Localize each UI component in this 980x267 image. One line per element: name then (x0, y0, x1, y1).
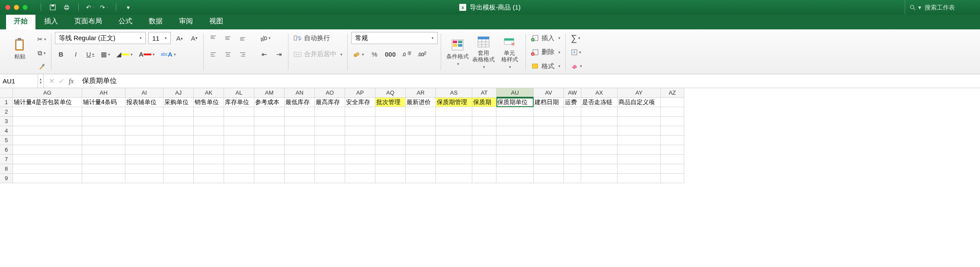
column-header[interactable]: AZ (661, 88, 684, 98)
decrease-font-button[interactable]: A▾ (188, 32, 200, 44)
ribbon-tab[interactable]: 插入 (36, 14, 66, 29)
cell[interactable]: 报表辅单位 (125, 98, 163, 107)
qat-print-icon[interactable] (63, 3, 70, 11)
row-header[interactable]: 6 (0, 145, 13, 155)
cell[interactable] (472, 126, 496, 136)
cell[interactable] (163, 155, 194, 164)
cell[interactable] (472, 117, 496, 126)
cell[interactable] (194, 174, 224, 183)
cell[interactable]: 商品自定义项 (618, 98, 661, 107)
fill-color-button[interactable]: ◢ (115, 48, 135, 60)
comma-button[interactable]: 000 (383, 48, 397, 60)
cell[interactable] (315, 117, 345, 126)
cell[interactable] (436, 145, 472, 155)
cell[interactable]: 安全库存 (345, 98, 375, 107)
column-header[interactable]: AN (285, 88, 315, 98)
merge-center-button[interactable]: 合并后居中 (292, 48, 344, 60)
cell[interactable] (163, 126, 194, 136)
number-format-select[interactable]: 常规 (351, 32, 438, 44)
cell[interactable] (13, 117, 82, 126)
ribbon-tab[interactable]: 公式 (111, 14, 140, 29)
close-window-button[interactable] (5, 5, 10, 10)
cell[interactable] (564, 126, 581, 136)
cell[interactable] (224, 117, 254, 126)
align-left-button[interactable] (207, 48, 219, 60)
cell[interactable] (315, 164, 345, 174)
cell[interactable] (436, 164, 472, 174)
column-header[interactable]: AV (534, 88, 564, 98)
cell[interactable] (581, 164, 618, 174)
search-input[interactable] (924, 3, 976, 11)
cell[interactable] (315, 155, 345, 164)
column-header[interactable]: AK (194, 88, 224, 98)
font-color-button[interactable]: A (137, 48, 157, 60)
cell[interactable] (406, 164, 436, 174)
cell[interactable]: 最低库存 (285, 98, 315, 107)
cell[interactable] (618, 136, 661, 145)
cell[interactable] (564, 145, 581, 155)
cell[interactable] (254, 155, 285, 164)
underline-button[interactable]: U (84, 48, 96, 60)
maximize-window-button[interactable] (22, 5, 28, 10)
cell[interactable] (472, 145, 496, 155)
cell[interactable] (345, 107, 375, 117)
ribbon-tab[interactable]: 视图 (202, 14, 231, 29)
cell[interactable] (581, 155, 618, 164)
cell[interactable] (661, 145, 684, 155)
ribbon-tab[interactable]: 页面布局 (67, 14, 110, 29)
cell[interactable] (534, 155, 564, 164)
cell[interactable] (224, 174, 254, 183)
cell[interactable] (13, 174, 82, 183)
cell[interactable] (496, 117, 534, 126)
column-header[interactable]: AP (345, 88, 375, 98)
bold-button[interactable]: B (55, 48, 67, 60)
align-middle-button[interactable] (222, 32, 234, 44)
cell[interactable] (194, 164, 224, 174)
cell[interactable] (472, 136, 496, 145)
cell[interactable] (496, 126, 534, 136)
column-header[interactable]: AQ (375, 88, 406, 98)
cell[interactable] (345, 164, 375, 174)
cell[interactable] (125, 136, 163, 145)
cell[interactable] (618, 155, 661, 164)
cell[interactable] (436, 126, 472, 136)
clear-button[interactable] (569, 60, 584, 72)
cell[interactable]: 是否走冻链 (581, 98, 618, 107)
cell[interactable] (254, 145, 285, 155)
cell[interactable]: 销售单位 (194, 98, 224, 107)
cell[interactable] (315, 174, 345, 183)
cell[interactable]: 库存单位 (224, 98, 254, 107)
cell[interactable] (564, 164, 581, 174)
qat-customize-button[interactable]: ▾ (124, 3, 132, 11)
format-painter-button[interactable] (35, 61, 48, 72)
decrease-decimal-button[interactable]: .00.0 (416, 48, 429, 60)
cell[interactable] (534, 164, 564, 174)
cell[interactable] (436, 107, 472, 117)
cell[interactable] (436, 117, 472, 126)
conditional-formatting-button[interactable]: 条件格式 (445, 35, 471, 69)
cell[interactable] (406, 174, 436, 183)
column-header[interactable]: AG (13, 88, 82, 98)
cell[interactable] (581, 174, 618, 183)
cell[interactable] (375, 107, 406, 117)
cell[interactable] (224, 145, 254, 155)
cell[interactable] (618, 126, 661, 136)
cell[interactable] (315, 126, 345, 136)
cell[interactable] (163, 174, 194, 183)
cell[interactable] (436, 136, 472, 145)
format-cells-button[interactable]: 格式 (529, 60, 562, 72)
cancel-formula-button[interactable]: ✕ (49, 77, 54, 85)
cell[interactable]: 保质期单位 (496, 98, 534, 107)
row-header[interactable]: 9 (0, 174, 13, 183)
decrease-indent-button[interactable]: ⇤ (258, 48, 270, 60)
column-header[interactable]: AT (472, 88, 496, 98)
cell[interactable] (285, 107, 315, 117)
cell[interactable] (496, 164, 534, 174)
cell[interactable] (315, 145, 345, 155)
cell[interactable] (285, 164, 315, 174)
row-header[interactable]: 8 (0, 164, 13, 174)
cell[interactable] (125, 117, 163, 126)
cell[interactable] (345, 136, 375, 145)
cell[interactable] (496, 136, 534, 145)
cell[interactable] (82, 174, 125, 183)
